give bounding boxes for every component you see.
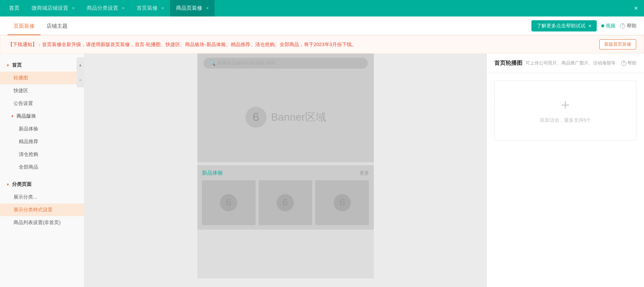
question-icon: ?	[620, 23, 625, 28]
arrow-down-category-icon: ▼	[6, 182, 10, 187]
sidebar-item-quicklink[interactable]: 快捷区	[0, 84, 84, 97]
tab-store-settings[interactable]: 微商城店铺设置 ×	[26, 0, 81, 16]
preview-new-products-section: 新品体验 更多 6 6 6	[197, 165, 374, 230]
sidebar-group-home-title[interactable]: ▼ 首页	[0, 59, 84, 72]
tab-product-decoration-label: 商品页装修	[176, 5, 202, 12]
new-version-button[interactable]: 新版首页装修	[599, 39, 636, 49]
sidebar-group-category-title[interactable]: ▼ 分类页面	[0, 178, 84, 191]
video-link[interactable]: 视频	[601, 22, 615, 29]
sub-tab-page-decoration-label: 页面装修	[14, 23, 35, 29]
help-banner-close[interactable]: ×	[588, 23, 591, 29]
preview-products-grid: 6 6 6	[202, 180, 369, 225]
sidebar-item-featured-label: 精品推荐	[19, 139, 38, 144]
banner-brand-icon: 6	[245, 106, 267, 129]
preview-section-header: 新品体验 更多	[202, 170, 369, 176]
main-layout: ▲ « ▼ 首页 轮播图 快捷区 公告设置 ▼ 商品版块	[0, 54, 644, 287]
banner-logo: 6 Banner区域	[245, 106, 326, 129]
sub-tab-store-theme[interactable]: 店铺主题	[41, 16, 74, 35]
sidebar-subgroup-products-title[interactable]: ▼ 商品版块	[0, 110, 84, 123]
sidebar-subgroup-products-label: 商品版块	[17, 113, 36, 120]
tab-home-decoration[interactable]: 首页装修 ×	[131, 0, 170, 16]
preview-section-more: 更多	[360, 170, 369, 176]
tab-product-decoration[interactable]: 商品页装修 ×	[170, 0, 215, 16]
arrow-down-sub-icon: ▼	[11, 114, 14, 118]
sidebar-item-show-category-label: 展示分类...	[14, 194, 37, 200]
right-panel-title: 首页轮播图	[494, 60, 522, 67]
preview-product-card-1: 6	[202, 180, 256, 225]
help-banner[interactable]: 了解更多点击帮助试试 ×	[531, 20, 597, 31]
preview-banner: 6 Banner区域	[197, 72, 374, 162]
right-panel-help-button[interactable]: ? 帮助	[621, 60, 636, 66]
notice-text: 【下线通知】：首页装修全新升级，请使用新版首页装修，首页-轮播图、快捷区、商品板…	[8, 41, 357, 48]
sidebar-item-all-products[interactable]: 全部商品	[0, 161, 84, 173]
double-left-icon: «	[79, 78, 81, 82]
sidebar-item-notice[interactable]: 公告设置	[0, 97, 84, 110]
sidebar-item-clearance-label: 清仓抢购	[19, 151, 38, 157]
sidebar-item-banner-label: 轮播图	[14, 75, 28, 81]
sidebar-item-quicklink-label: 快捷区	[14, 88, 28, 93]
svg-text:6: 6	[226, 197, 231, 208]
sidebar-group-home-label: 首页	[12, 62, 22, 69]
tab-home-label: 首页	[9, 5, 20, 12]
tab-bar: 首页 微商城店铺设置 × 商品分类设置 × 首页装修 × 商品页装修 × ×	[0, 0, 644, 16]
svg-text:6: 6	[340, 197, 345, 208]
video-dot-icon	[601, 24, 604, 27]
right-panel-subtitle: 可上传公司照片、商品推广图片、活动海报等	[525, 60, 618, 66]
video-label: 视频	[606, 22, 615, 29]
preview-section-title: 新品体验	[202, 170, 223, 176]
tab-category-settings-label: 商品分类设置	[87, 5, 118, 12]
tab-home[interactable]: 首页	[3, 0, 26, 16]
preview-product-card-2: 6	[259, 180, 312, 225]
help-label: 帮助	[627, 22, 636, 29]
preview-search-placeholder: 搜索商品编码/名称/规格/条码	[218, 60, 275, 66]
tab-category-settings[interactable]: 商品分类设置 ×	[81, 0, 131, 16]
sidebar-item-new-products-label: 新品体验	[19, 126, 38, 132]
sidebar-collapse-button[interactable]: ▲	[77, 57, 84, 72]
tab-product-decoration-close[interactable]: ×	[206, 6, 209, 11]
preview-phone: 🔍 搜索商品编码/名称/规格/条码 6 Banner区域 新品	[197, 54, 374, 278]
tab-store-settings-close[interactable]: ×	[72, 6, 75, 11]
sidebar-item-category-style[interactable]: 展示分类样式设置	[0, 203, 84, 216]
add-banner-plus-icon: +	[561, 97, 570, 112]
search-magnifier-icon: 🔍	[209, 60, 215, 66]
preview-search-bar: 🔍 搜索商品编码/名称/规格/条码	[197, 54, 374, 72]
tab-home-decoration-close[interactable]: ×	[161, 6, 164, 11]
tab-store-settings-label: 微商城店铺设置	[32, 5, 68, 12]
add-banner-text: 添加活动，最多支持6个	[540, 117, 591, 124]
svg-text:6: 6	[253, 110, 259, 124]
sidebar-item-featured[interactable]: 精品推荐	[0, 135, 84, 148]
banner-text-label: Banner区域	[271, 110, 326, 124]
arrow-down-icon: ▼	[6, 63, 10, 67]
tab-home-decoration-label: 首页装修	[137, 5, 158, 12]
sidebar-item-product-list[interactable]: 商品列表设置(非首页)	[0, 216, 84, 229]
sub-tab-right-area: 了解更多点击帮助试试 × 视频 ? 帮助	[531, 20, 636, 31]
sidebar-item-banner[interactable]: 轮播图	[0, 72, 84, 84]
sidebar-item-show-category[interactable]: 展示分类...	[0, 191, 84, 203]
sidebar-group-home: ▼ 首页 轮播图 快捷区 公告设置 ▼ 商品版块 新品体验 精品推荐	[0, 57, 84, 176]
right-panel-header: 首页轮播图 可上传公司照片、商品推广图片、活动海报等 ? 帮助	[487, 54, 644, 73]
chevron-up-icon: ▲	[78, 63, 83, 67]
sidebar-item-notice-label: 公告设置	[14, 100, 33, 106]
svg-text:6: 6	[283, 197, 288, 208]
tab-category-settings-close[interactable]: ×	[122, 6, 125, 11]
center-preview: 🔍 搜索商品编码/名称/规格/条码 6 Banner区域 新品	[84, 54, 486, 287]
sidebar-double-arrow-button[interactable]: «	[77, 72, 84, 87]
sidebar-item-product-list-label: 商品列表设置(非首页)	[14, 220, 61, 225]
sidebar-item-new-products[interactable]: 新品体验	[0, 123, 84, 135]
sidebar: ▲ « ▼ 首页 轮播图 快捷区 公告设置 ▼ 商品版块	[0, 54, 84, 287]
sidebar-item-all-products-label: 全部商品	[19, 164, 38, 170]
sidebar-group-category-label: 分类页面	[12, 181, 32, 188]
preview-search-input: 🔍 搜索商品编码/名称/规格/条码	[203, 58, 368, 69]
preview-product-card-3: 6	[315, 180, 369, 225]
sidebar-item-clearance[interactable]: 清仓抢购	[0, 148, 84, 161]
sub-tab-page-decoration[interactable]: 页面装修	[8, 16, 41, 35]
help-link[interactable]: ? 帮助	[620, 22, 636, 29]
tab-bar-close-all[interactable]: ×	[631, 4, 641, 12]
right-panel: 首页轮播图 可上传公司照片、商品推广图片、活动海报等 ? 帮助 + 添加活动，最…	[486, 54, 644, 287]
sub-tab-bar: 页面装修 店铺主题 了解更多点击帮助试试 × 视频 ? 帮助	[0, 16, 644, 35]
add-banner-area[interactable]: + 添加活动，最多支持6个	[494, 81, 636, 141]
right-panel-help-label: 帮助	[627, 60, 636, 66]
sidebar-group-category: ▼ 分类页面 展示分类... 展示分类样式设置 商品列表设置(非首页)	[0, 176, 84, 231]
sidebar-item-category-style-label: 展示分类样式设置	[14, 207, 53, 212]
help-banner-text: 了解更多点击帮助试试	[537, 22, 585, 29]
